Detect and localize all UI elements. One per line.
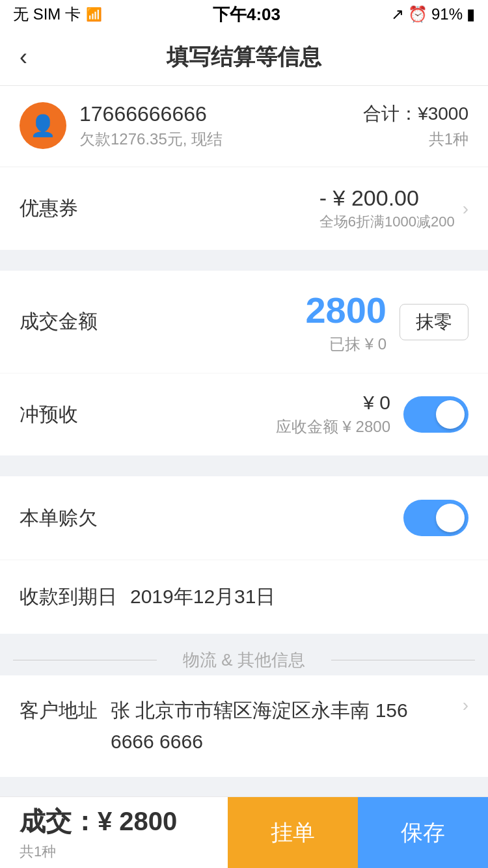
footer-deal-line: 成交：¥ 2800	[20, 804, 208, 839]
deal-amount-sub: 已抹 ¥ 0	[305, 334, 386, 355]
content: 👤 17666666666 欠款1276.35元, 现结 合计：¥3000 共1…	[0, 86, 488, 868]
due-date-row: 收款到期日 2019年12月31日	[0, 560, 488, 634]
coupon-amount: - ¥ 200.00	[319, 185, 455, 211]
status-time: 下午4:03	[213, 3, 280, 26]
due-date-value: 2019年12月31日	[130, 584, 275, 610]
page-title: 填写结算等信息	[167, 42, 321, 72]
due-date-label: 收款到期日	[20, 584, 117, 610]
pre-receive-label: 冲预收	[20, 401, 78, 428]
battery-icon: ▮	[467, 5, 475, 23]
customer-phone: 17666666666	[79, 102, 223, 126]
total-amount: 合计：¥3000	[363, 102, 468, 126]
status-bar: 无 SIM 卡 📶 下午4:03 ↗ ⏰ 91% ▮	[0, 0, 488, 29]
debt-toggle[interactable]	[403, 500, 468, 536]
coupon-right: - ¥ 200.00 全场6折满1000减200	[319, 185, 455, 232]
deal-amount-row: 成交金额 2800 已抹 ¥ 0 抹零	[0, 271, 488, 373]
total-sub: 共1种	[363, 129, 468, 150]
logistics-header: 物流 & 其他信息	[0, 644, 488, 675]
footer-count: 共1种	[20, 842, 208, 861]
debt-label: 本单赊欠	[20, 505, 98, 532]
deal-amount-group: 2800 已抹 ¥ 0	[305, 289, 386, 355]
address-section: 客户地址 张 北京市市辖区海淀区永丰南 156 6666 6666 ›	[0, 675, 488, 777]
logistics-label: 物流 & 其他信息	[170, 649, 318, 671]
deal-amount-label: 成交金额	[20, 308, 98, 335]
customer-left: 👤 17666666666 欠款1276.35元, 现结	[20, 102, 223, 150]
footer-summary: 成交：¥ 2800 共1种	[0, 797, 228, 868]
section-divider-2	[0, 455, 488, 466]
customer-card: 👤 17666666666 欠款1276.35元, 现结 合计：¥3000 共1…	[0, 86, 488, 250]
battery-label: 91%	[431, 5, 463, 23]
customer-row: 👤 17666666666 欠款1276.35元, 现结 合计：¥3000 共1…	[0, 86, 488, 165]
nav-bar: ‹ 填写结算等信息	[0, 29, 488, 86]
pre-receive-toggle[interactable]	[403, 396, 468, 433]
address-row[interactable]: 客户地址 张 北京市市辖区海淀区永丰南 156 6666 6666 ›	[0, 675, 488, 777]
customer-info: 17666666666 欠款1276.35元, 现结	[79, 102, 223, 150]
pre-receive-sub: 应收金额 ¥ 2800	[276, 416, 390, 437]
coupon-label: 优惠券	[20, 195, 78, 222]
coupon-desc: 全场6折满1000减200	[319, 212, 455, 232]
footer-deal-prefix: 成交：	[20, 807, 98, 835]
avatar: 👤	[20, 102, 66, 149]
deal-amount-value: 2800	[305, 289, 386, 331]
address-chevron-icon: ›	[463, 695, 468, 716]
address-content: 张 北京市市辖区海淀区永丰南 156 6666 6666	[111, 695, 447, 757]
coupon-row[interactable]: 优惠券 - ¥ 200.00 全场6折满1000减200 ›	[0, 167, 488, 250]
form-card: 成交金额 2800 已抹 ¥ 0 抹零 冲预收 ¥ 0 应收金额 ¥ 2800	[0, 271, 488, 455]
clock-icon: ⏰	[408, 5, 427, 23]
status-right: ↗ ⏰ 91% ▮	[391, 5, 475, 23]
pre-receive-right-group: ¥ 0 应收金额 ¥ 2800	[276, 392, 468, 437]
save-button[interactable]: 保存	[358, 797, 488, 868]
footer-deal-amount: ¥ 2800	[98, 807, 177, 835]
address-label: 客户地址	[20, 695, 98, 724]
section-divider-1	[0, 260, 488, 271]
pre-receive-row: 冲预收 ¥ 0 应收金额 ¥ 2800	[0, 373, 488, 455]
debt-row: 本单赊欠	[0, 476, 488, 560]
pre-receive-amount: ¥ 0	[276, 392, 390, 414]
customer-sub-text: 欠款1276.35元, 现结	[79, 129, 223, 150]
section2: 本单赊欠 收款到期日 2019年12月31日	[0, 476, 488, 634]
customer-right: 合计：¥3000 共1种	[363, 102, 468, 150]
deal-amount-right: 2800 已抹 ¥ 0 抹零	[305, 289, 468, 355]
round-zero-button[interactable]: 抹零	[400, 304, 468, 340]
coupon-chevron-icon: ›	[463, 198, 468, 219]
logistics-line-left	[13, 660, 157, 660]
section-divider-3	[0, 634, 488, 644]
status-left: 无 SIM 卡 📶	[13, 4, 102, 25]
location-icon: ↗	[391, 5, 404, 23]
pre-receive-amount-group: ¥ 0 应收金额 ¥ 2800	[276, 392, 390, 437]
back-button[interactable]: ‹	[20, 44, 59, 71]
avatar-icon: 👤	[30, 113, 56, 138]
footer: 成交：¥ 2800 共1种 挂单 保存	[0, 796, 488, 868]
hang-order-button[interactable]: 挂单	[228, 797, 358, 868]
sim-label: 无 SIM 卡	[13, 4, 81, 25]
logistics-line-right	[331, 660, 475, 660]
wifi-icon: 📶	[86, 7, 102, 22]
